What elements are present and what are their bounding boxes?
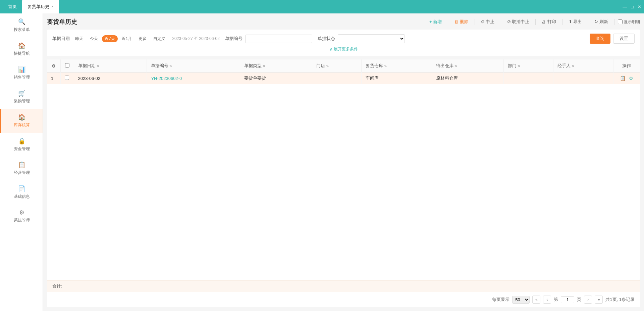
inventory-icon: 🏠 (18, 114, 25, 121)
order-no-input[interactable] (245, 35, 312, 43)
search-menu-icon: 🔍 (18, 18, 25, 26)
sidebar-item-basic-info[interactable]: 📄 基础信息 (0, 180, 43, 204)
sidebar-item-quick-nav[interactable]: 🏠 快捷导航 (0, 37, 43, 61)
edit-op-icon[interactable]: ⚙ (628, 75, 634, 82)
first-page-button[interactable]: « (532, 296, 540, 304)
sidebar-item-operations[interactable]: 📋 经营管理 (0, 157, 43, 180)
system-icon: ⚙ (19, 209, 24, 216)
th-date[interactable]: 单据日期 ⇅ (74, 59, 147, 73)
table-container: ⚙ 单据日期 ⇅ 单据编号 (47, 59, 640, 280)
cell-checkbox (60, 73, 74, 84)
close-window-icon[interactable]: ✕ (638, 4, 641, 9)
cell-req-warehouse: 车间库 (362, 73, 432, 84)
cell-ops: 📋 ⚙ (613, 73, 640, 84)
layout: 🔍 搜索菜单 🏠 快捷导航 📊 销售管理 🛒 采购管理 🏠 库存核算 🔒 资金管… (0, 13, 644, 311)
expand-more-row[interactable]: ∨ 展开更多条件 (52, 46, 635, 52)
page-header: 要货单历史 + 新增 🗑 删除 ⊘ 中止 ⊘ 取消中止 🖨 打印 ⬆ 导出 ↻ … (47, 17, 640, 26)
operations-icon: 📋 (18, 161, 25, 169)
toolbar-divider-3 (501, 19, 501, 25)
tab-home[interactable]: 首页 (3, 0, 22, 13)
th-type[interactable]: 单据类型 ⇅ (240, 59, 312, 73)
tab-active[interactable]: 要货单历史 × (22, 0, 59, 13)
toolbar-divider-6 (588, 19, 588, 25)
summary-label: 合计: (52, 283, 62, 288)
sort-pending-warehouse-icon: ⇅ (454, 64, 457, 68)
sidebar-item-search-menu-label: 搜索菜单 (14, 27, 30, 33)
page-label: 页 (577, 297, 581, 303)
new-button[interactable]: + 新增 (427, 17, 444, 26)
th-no[interactable]: 单据编号 ⇅ (147, 59, 240, 73)
per-page-select[interactable]: 20 50 100 200 (512, 296, 530, 304)
cell-no: YH-20230602-0 (147, 73, 240, 84)
sidebar-item-inventory-label: 库存核算 (14, 122, 30, 128)
export-button[interactable]: ⬆ 导出 (566, 17, 585, 26)
th-store[interactable]: 门店 ⇅ (312, 59, 362, 73)
sidebar-item-system[interactable]: ⚙ 系统管理 (0, 204, 43, 228)
data-table: ⚙ 单据日期 ⇅ 单据编号 (47, 59, 640, 84)
sort-req-warehouse-icon: ⇅ (384, 64, 387, 68)
sort-type-icon: ⇅ (263, 64, 265, 68)
stop-button[interactable]: ⊘ 中止 (478, 17, 497, 26)
refresh-button[interactable]: ↻ 刷新 (592, 17, 611, 26)
chip-custom[interactable]: 自定义 (151, 35, 168, 42)
view-op-icon[interactable]: 📋 (619, 75, 627, 82)
show-detail-toggle[interactable]: 显示明细 (618, 19, 640, 25)
chip-1month[interactable]: 近1月 (119, 35, 135, 42)
top-bar: 首页 要货单历史 × — □ ✕ (0, 0, 644, 13)
basic-info-icon: 📄 (18, 185, 25, 192)
chip-yesterday[interactable]: 昨天 (72, 35, 86, 42)
toolbar-divider-5 (562, 19, 562, 25)
settings-button[interactable]: 设置 (613, 34, 635, 44)
sidebar-item-search-menu[interactable]: 🔍 搜索菜单 (0, 13, 43, 37)
sidebar-item-finance-label: 资金管理 (14, 146, 30, 152)
th-req-warehouse[interactable]: 要货仓库 ⇅ (362, 59, 432, 73)
sort-date-icon: ⇅ (97, 64, 99, 68)
print-button[interactable]: 🖨 打印 (539, 17, 559, 26)
show-detail-checkbox[interactable] (618, 19, 623, 24)
sidebar-item-inventory[interactable]: 🏠 库存核算 (0, 109, 43, 133)
chip-today[interactable]: 今天 (87, 35, 101, 42)
last-page-button[interactable]: » (595, 296, 603, 304)
status-filter-group: 单据状态 (318, 34, 405, 43)
page-title: 要货单历史 (47, 18, 77, 26)
row-checkbox[interactable] (65, 76, 69, 80)
maximize-icon[interactable]: □ (631, 4, 634, 9)
date-range-display: 2023-05-27 至 2023-06-02 (172, 36, 219, 42)
cancel-stop-button[interactable]: ⊘ 取消中止 (504, 17, 532, 26)
toolbar-divider-1 (448, 19, 448, 25)
toolbar-divider-2 (475, 19, 475, 25)
sidebar-item-finance[interactable]: 🔒 资金管理 (0, 133, 43, 157)
toolbar-divider-7 (614, 19, 614, 25)
close-tab-icon[interactable]: × (51, 4, 54, 9)
th-handler[interactable]: 经手人 ⇅ (553, 59, 613, 73)
sidebar: 🔍 搜索菜单 🏠 快捷导航 📊 销售管理 🛒 采购管理 🏠 库存核算 🔒 资金管… (0, 13, 43, 311)
sidebar-item-basic-info-label: 基础信息 (14, 194, 30, 199)
order-no-filter-group: 单据编号 (225, 35, 312, 43)
next-page-button[interactable]: › (584, 296, 592, 304)
sidebar-item-sales[interactable]: 📊 销售管理 (0, 61, 43, 85)
th-settings[interactable]: ⚙ (47, 59, 60, 73)
cell-department (504, 73, 553, 84)
minimize-icon[interactable]: — (623, 4, 627, 9)
delete-button[interactable]: 🗑 删除 (451, 17, 471, 26)
status-select[interactable] (338, 34, 405, 43)
page-number-input[interactable] (561, 296, 574, 303)
expand-more-icon: ∨ (329, 47, 332, 52)
filter-area: 单据日期 昨天 今天 近7天 近1月 更多 自定义 2023-05-27 至 2… (47, 30, 640, 56)
sidebar-item-quick-nav-label: 快捷导航 (14, 51, 30, 56)
prev-page-button[interactable]: ‹ (543, 296, 551, 304)
select-all-checkbox[interactable] (65, 63, 69, 68)
th-department[interactable]: 部门 ⇅ (504, 59, 553, 73)
sidebar-item-purchase[interactable]: 🛒 采购管理 (0, 85, 43, 109)
top-bar-right: — □ ✕ (623, 4, 641, 9)
sort-handler-icon: ⇅ (572, 64, 574, 68)
th-pending-warehouse[interactable]: 待出仓库 ⇅ (432, 59, 503, 73)
sidebar-item-operations-label: 经营管理 (14, 170, 30, 176)
chip-more[interactable]: 更多 (136, 35, 149, 42)
sidebar-item-sales-label: 销售管理 (14, 75, 30, 80)
expand-more-label: 展开更多条件 (334, 46, 358, 52)
filter-row-1: 单据日期 昨天 今天 近7天 近1月 更多 自定义 2023-05-27 至 2… (52, 34, 635, 44)
order-no-link[interactable]: YH-20230602-0 (151, 76, 182, 81)
query-button[interactable]: 查询 (590, 34, 610, 44)
chip-7days[interactable]: 近7天 (102, 35, 118, 42)
